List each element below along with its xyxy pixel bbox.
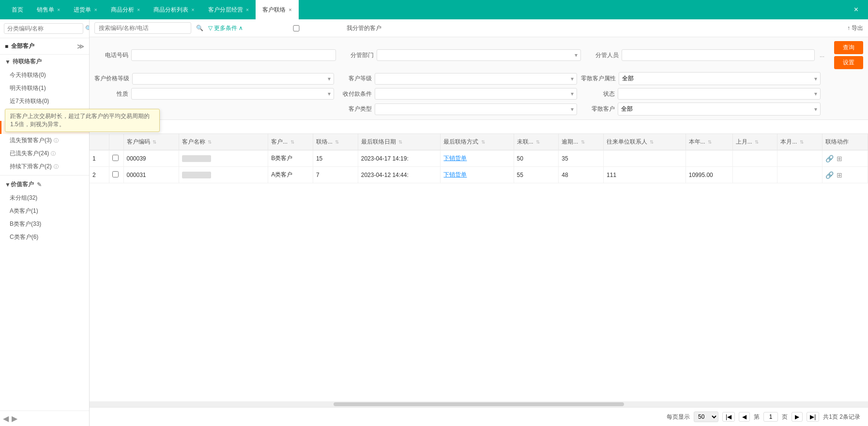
more-conditions-button[interactable]: ▽ 更多条件 ∧ [208, 24, 243, 32]
sort-icon-date[interactable]: ⇅ [398, 139, 402, 145]
nature-select[interactable]: ▾ [131, 88, 334, 100]
chevron-down-icon-7: ▾ [814, 90, 817, 97]
manager-ellipsis[interactable]: ... [818, 52, 826, 59]
sidebar-item-churned[interactable]: 已流失客户(24) ⓘ [0, 147, 89, 160]
first-page-button[interactable]: |◀ [722, 412, 735, 422]
sidebar-item-class-c[interactable]: C类客户(6) [0, 231, 89, 244]
all-customers-title[interactable]: ■ 全部客户 ≫ [0, 38, 89, 55]
link-action-icon-2[interactable]: 🔗 [825, 171, 834, 179]
nav-product-list[interactable]: 商品分析列表 × [147, 0, 201, 19]
search-input[interactable] [94, 22, 191, 34]
nav-customer-tier[interactable]: 客户分层经营 × [201, 0, 256, 19]
sidebar-item-churn-warning[interactable]: 流失预警客户(3) ⓘ [0, 134, 89, 147]
sidebar-item-declining[interactable]: 持续下滑客户(2) ⓘ [0, 160, 89, 173]
sort-icon-uncontacted[interactable]: ⇅ [536, 139, 540, 145]
sidebar-item-class-b[interactable]: B类客户(33) [0, 218, 89, 231]
query-button[interactable]: 查询 [834, 41, 863, 54]
phone-input[interactable] [131, 49, 336, 61]
nav-home[interactable]: 首页 [5, 0, 30, 19]
sort-icon-name[interactable]: ⇅ [208, 139, 212, 145]
col-name: 客户名称 ⇅ [179, 134, 268, 150]
sidebar-item-tomorrow[interactable]: 明天待联络(1) [0, 82, 89, 95]
payment-select[interactable]: ▾ [375, 88, 578, 100]
sort-icon-contact[interactable]: ⇅ [335, 139, 339, 145]
horizontal-scrollbar[interactable] [90, 401, 868, 407]
price-tier-select[interactable]: ▾ [132, 73, 334, 85]
sort-icon-type[interactable]: ⇅ [290, 139, 294, 145]
main-layout: 🔍 ■ 全部客户 ≫ ▼ 待联络客户 今天待联络(0) 明天待联络(1) 近7天… [0, 19, 868, 426]
nav-product-analysis[interactable]: 商品分析 × [104, 0, 147, 19]
search-button[interactable]: 🔍 [196, 25, 203, 31]
filter-cell-manager: 分管人员 ... [585, 49, 826, 61]
row-checkbox-2[interactable] [112, 171, 119, 177]
nav-purchase-close[interactable]: × [94, 7, 97, 13]
sort-icon-code[interactable]: ⇅ [152, 139, 156, 145]
status-select[interactable]: ▾ [618, 88, 821, 100]
grid-action-icon-1[interactable]: ⊞ [837, 155, 842, 162]
info-icon-declining: ⓘ [54, 163, 59, 170]
sidebar-left-arrow[interactable]: ◀ [3, 414, 9, 423]
scatter-customer-select[interactable]: 全部 ▾ [618, 103, 821, 116]
nav-product-analysis-close[interactable]: × [137, 7, 140, 13]
settings-button[interactable]: 设置 [834, 56, 863, 69]
scrollbar-thumb[interactable] [334, 402, 624, 406]
sort-icon-person[interactable]: ⇅ [650, 139, 654, 145]
export-button[interactable]: ↑ 导出 [847, 24, 863, 32]
sidebar-right-arrow[interactable]: ▶ [12, 414, 17, 423]
grid-action-icon-2[interactable]: ⊞ [837, 171, 842, 179]
status-label: 状态 [581, 90, 615, 98]
col-action: 联络动作 [822, 134, 868, 150]
sidebar-divider [0, 175, 89, 176]
sidebar-search-input[interactable] [4, 23, 83, 34]
edit-icon[interactable]: ✎ [37, 181, 42, 188]
chevron-down-icon: ▾ [575, 52, 578, 59]
nature-label: 性质 [94, 90, 128, 98]
last-method-link-1[interactable]: 下销货单 [443, 155, 467, 162]
prev-page-button[interactable]: ◀ [739, 412, 750, 422]
sidebar-item-unclassified[interactable]: 未分组(32) [0, 191, 89, 205]
manager-input[interactable] [622, 49, 815, 61]
col-customer-type: 客户... ⇅ [268, 134, 313, 150]
sidebar-group-value[interactable]: ▼ 价值客户 ✎ [0, 177, 89, 191]
sort-icon-year[interactable]: ⇅ [708, 139, 712, 145]
nav-sales-close[interactable]: × [57, 7, 60, 13]
sidebar-item-class-a[interactable]: A类客户(1) [0, 205, 89, 218]
nav-purchase[interactable]: 进货单 × [67, 0, 104, 19]
my-customers-checkbox[interactable]: 我分管的客户 [248, 24, 381, 32]
cell-checkbox-2[interactable] [109, 167, 123, 183]
customer-type-select[interactable]: ▾ [375, 103, 578, 115]
last-page-button[interactable]: ▶| [807, 412, 819, 422]
last-method-link-2[interactable]: 下销货单 [443, 171, 467, 178]
nav-customer-contact-close[interactable]: × [289, 7, 291, 13]
next-page-button[interactable]: ▶ [792, 412, 803, 422]
cell-index-1: 1 [90, 150, 109, 167]
sort-icon-tmonth[interactable]: ⇅ [800, 139, 804, 145]
per-page-select[interactable]: 50 100 200 [694, 411, 718, 422]
window-close-button[interactable]: × [849, 5, 863, 14]
sidebar-item-today[interactable]: 今天待联络(0) [0, 69, 89, 82]
page-number-input[interactable] [763, 412, 778, 422]
my-customers-check[interactable] [248, 25, 345, 31]
nav-sales[interactable]: 销售单 × [30, 0, 67, 19]
content-area: 🔍 ▽ 更多条件 ∧ 我分管的客户 ↑ 导出 [90, 19, 868, 426]
nav-customer-tier-close[interactable]: × [246, 7, 249, 13]
sort-icon-method[interactable]: ⇅ [481, 139, 485, 145]
filter-cell-nature: 性质 ▾ [94, 88, 334, 100]
row-checkbox-1[interactable] [112, 155, 119, 161]
sidebar-collapse-button[interactable]: ≫ [77, 43, 84, 50]
nav-customer-contact[interactable]: 客户联络 × [256, 0, 298, 19]
customer-name-blur-1 [182, 155, 211, 162]
sort-icon-lmonth[interactable]: ⇅ [755, 139, 759, 145]
scatter-attr-select[interactable]: 全部 ▾ [619, 72, 821, 85]
manager-label: 分管人员 [585, 51, 619, 59]
dept-select[interactable]: ▾ [377, 49, 581, 61]
sidebar-group-pending[interactable]: ▼ 待联络客户 [0, 55, 89, 69]
sidebar-item-7days[interactable]: 近7天待联络(0) [0, 95, 89, 108]
sort-icon-overdue[interactable]: ⇅ [581, 139, 585, 145]
link-action-icon-1[interactable]: 🔗 [825, 155, 834, 162]
phone-label: 电话号码 [94, 51, 128, 59]
sidebar-search-button[interactable]: 🔍 [85, 25, 90, 32]
cell-checkbox-1[interactable] [109, 150, 123, 167]
customer-tier-select[interactable]: ▾ [375, 73, 578, 85]
nav-product-list-close[interactable]: × [191, 7, 194, 13]
